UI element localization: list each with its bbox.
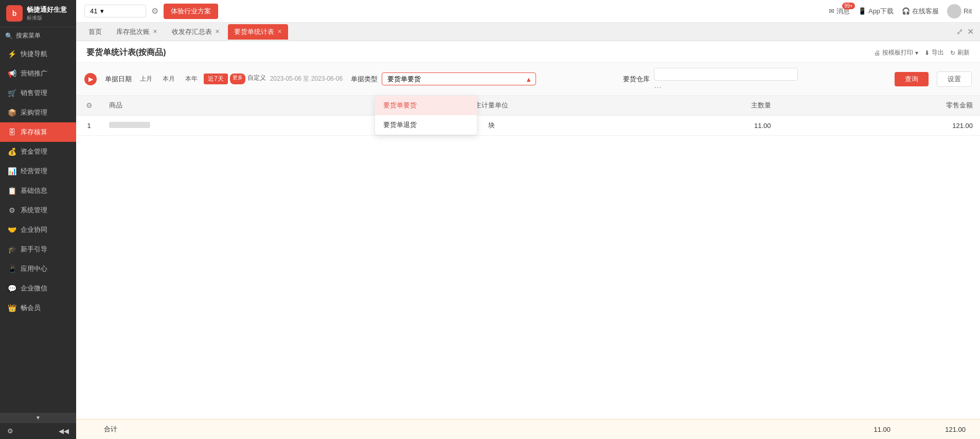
user-avatar[interactable]: Rit	[947, 4, 972, 19]
settings-gear[interactable]: ⚙	[86, 101, 93, 109]
sidebar-item-wechat[interactable]: 💬 企业微信	[0, 279, 76, 298]
type-dropdown: 要货单要货 要货单退货	[375, 95, 477, 135]
date-this-year[interactable]: 本年	[181, 74, 202, 84]
page-title: 要货单统计表(按商品)	[86, 47, 166, 58]
tab-home[interactable]: 首页	[82, 24, 108, 40]
type-input-wrap: ▲	[382, 72, 536, 85]
date-custom-btn[interactable]: 自定义	[247, 74, 266, 84]
store-selector[interactable]: 41 ▾	[84, 5, 146, 17]
wechat-icon: 💬	[7, 284, 16, 293]
purchase-icon: 📦	[7, 108, 16, 117]
data-table-wrap: ⚙ 商品 主计量单位 主数量 零售金额 1 块	[76, 96, 980, 419]
basic-icon: 📋	[7, 186, 16, 195]
sidebar-item-purchase[interactable]: 📦 采购管理	[0, 103, 76, 122]
settings-button[interactable]: 设置	[937, 71, 972, 87]
settings-icon[interactable]: ⚙	[7, 427, 13, 435]
marketing-icon: 📢	[7, 69, 16, 78]
footer-amount: 121.00	[911, 426, 973, 433]
tab-bar: 首页 库存批次账 ✕ 收发存汇总表 ✕ 要货单统计表 ✕ ⤢ ✕	[76, 23, 980, 41]
warehouse-filter-group: 要货仓库 …	[623, 68, 886, 90]
date-last-7days[interactable]: 近7天	[204, 74, 228, 84]
refresh-icon: ↻	[950, 49, 955, 57]
search-menu[interactable]: 🔍 搜索菜单	[0, 27, 76, 44]
tab-order-stats[interactable]: 要货单统计表 ✕	[228, 24, 288, 40]
print-icon: 🖨	[874, 49, 880, 57]
export-btn[interactable]: ⬇ 导出	[924, 48, 944, 57]
col-amount-header: 零售金额	[778, 96, 980, 116]
operations-icon: 📊	[7, 167, 16, 176]
sidebar-item-quick-nav[interactable]: ⚡ 快捷导航	[0, 44, 76, 64]
app-logo: b 畅捷通好生意 标准版	[0, 0, 76, 27]
topbar-left: 41 ▾ ⚙ 体验行业方案	[84, 4, 823, 19]
tab-receive-summary[interactable]: 收发存汇总表 ✕	[166, 24, 226, 40]
dropdown-item-order-req[interactable]: 要货单要货	[375, 96, 477, 115]
sidebar-scroll-down[interactable]: ▼	[0, 413, 76, 423]
filter-area: ▶ 单据日期 上月 本月 本年 近7天 更多 自定义 2023-05-06 至 …	[76, 63, 980, 96]
tab-close-all-icon[interactable]: ✕	[967, 27, 974, 36]
table-footer: 合计 11.00 121.00	[76, 419, 980, 439]
sidebar-bottom: ⚙ ◀◀	[0, 423, 76, 439]
date-more-badge[interactable]: 更多	[230, 74, 245, 84]
message-btn[interactable]: ✉ 消息 99+	[829, 7, 850, 16]
refresh-btn[interactable]: ↻ 刷新	[950, 48, 970, 57]
warehouse-filter-input[interactable]	[654, 68, 798, 81]
date-filter-label: 单据日期	[105, 75, 132, 84]
table-body: 1 块 11.00 121.00	[76, 116, 980, 136]
sidebar-item-enterprise[interactable]: 🤝 企业协同	[0, 220, 76, 240]
tab-close-inventory-batch[interactable]: ✕	[153, 28, 157, 35]
trial-btn[interactable]: 体验行业方案	[164, 4, 218, 19]
sales-icon: 🛒	[7, 88, 16, 98]
more-options-icon[interactable]: …	[654, 81, 662, 89]
system-icon: ⚙	[7, 206, 16, 215]
sidebar-nav: ⚡ 快捷导航 📢 营销推广 🛒 销售管理 📦 采购管理 🗄 库存核算 💰 资金管…	[0, 44, 76, 413]
product-placeholder	[109, 122, 150, 128]
sidebar-item-system[interactable]: ⚙ 系统管理	[0, 200, 76, 220]
tab-inventory-batch[interactable]: 库存批次账 ✕	[110, 24, 164, 40]
footer-total-label: 合计	[83, 425, 186, 434]
sidebar-item-sales[interactable]: 🛒 销售管理	[0, 83, 76, 103]
main-area: 41 ▾ ⚙ 体验行业方案 ✉ 消息 99+ 📱 App下载 🎧 在线客服 R	[76, 0, 980, 439]
chevron-down-icon: ▾	[915, 49, 918, 57]
logo-text: 畅捷通好生意 标准版	[27, 6, 67, 21]
tab-close-receive-summary[interactable]: ✕	[215, 28, 220, 35]
sidebar-item-guide[interactable]: 🎓 新手引导	[0, 240, 76, 259]
filter-expand-btn[interactable]: ▶	[84, 73, 97, 85]
sidebar-item-appstore[interactable]: 📱 应用中心	[0, 259, 76, 279]
print-btn[interactable]: 🖨 按模板打印 ▾	[874, 48, 918, 57]
sidebar-item-member[interactable]: 👑 畅会员	[0, 298, 76, 318]
sidebar-item-inventory[interactable]: 🗄 库存核算	[0, 122, 76, 142]
sidebar-item-operations[interactable]: 📊 经营管理	[0, 161, 76, 181]
chevron-up-icon[interactable]: ▲	[525, 75, 532, 83]
sidebar-item-finance[interactable]: 💰 资金管理	[0, 142, 76, 161]
page-content: 要货单统计表(按商品) 🖨 按模板打印 ▾ ⬇ 导出 ↻ 刷新 ▶	[76, 41, 980, 439]
search-icon: 🔍	[5, 32, 13, 40]
settings-gear-icon[interactable]: ⚙	[151, 6, 158, 16]
online-service-btn[interactable]: 🎧 在线客服	[902, 7, 939, 16]
query-button[interactable]: 查询	[895, 72, 929, 86]
collapse-icon[interactable]: ◀◀	[59, 427, 69, 435]
appstore-icon: 📱	[7, 264, 16, 273]
warehouse-input-wrap: …	[654, 68, 798, 90]
tab-close-order-stats[interactable]: ✕	[277, 28, 282, 35]
date-last-month[interactable]: 上月	[136, 74, 156, 84]
type-filter-group: 单据类型 ▲	[351, 72, 614, 85]
col-settings: ⚙	[76, 96, 102, 116]
date-this-month[interactable]: 本月	[158, 74, 179, 84]
dropdown-item-order-ret[interactable]: 要货单退货	[375, 115, 477, 135]
avatar-img	[947, 4, 961, 19]
row-product	[102, 116, 375, 136]
tab-maximize-icon[interactable]: ⤢	[956, 27, 963, 36]
topbar: 41 ▾ ⚙ 体验行业方案 ✉ 消息 99+ 📱 App下载 🎧 在线客服 R	[76, 0, 980, 23]
app-download-btn[interactable]: 📱 App下载	[858, 7, 894, 16]
row-seq: 1	[76, 116, 102, 136]
message-icon: ✉	[829, 7, 834, 15]
sidebar-item-basic[interactable]: 📋 基础信息	[0, 181, 76, 200]
table-row: 1 块 11.00 121.00	[76, 116, 980, 136]
type-filter-input[interactable]	[382, 72, 536, 85]
logo-icon: b	[6, 5, 23, 22]
date-filter-group: 单据日期 上月 本月 本年 近7天 更多 自定义 2023-05-06 至 20…	[105, 74, 343, 84]
header-actions: 🖨 按模板打印 ▾ ⬇ 导出 ↻ 刷新	[874, 48, 970, 57]
date-range-display: 2023-05-06 至 2023-06-06	[270, 75, 343, 83]
export-icon: ⬇	[924, 49, 930, 57]
sidebar-item-marketing[interactable]: 📢 营销推广	[0, 64, 76, 83]
